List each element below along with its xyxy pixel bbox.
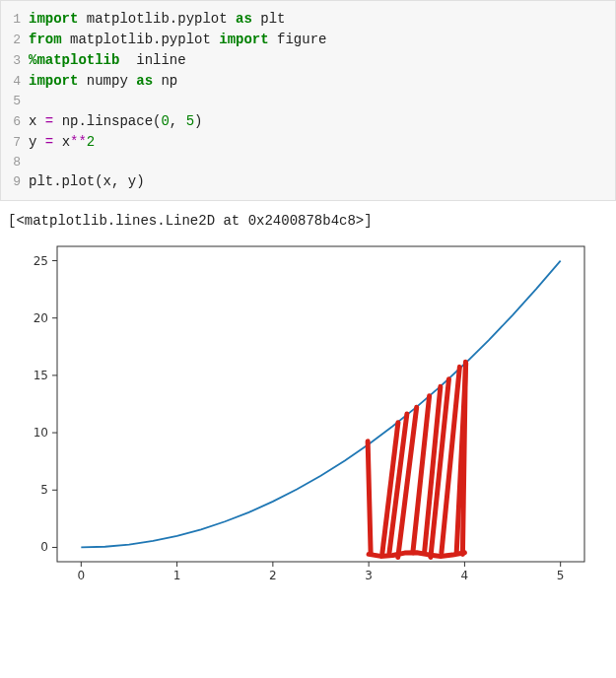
line-chart: 0123450510152025	[8, 237, 599, 596]
chart-output: 0123450510152025	[0, 235, 616, 606]
code-content: y = x**2	[29, 132, 95, 153]
line-number: 3	[1, 51, 29, 71]
line-number: 7	[1, 133, 29, 153]
svg-text:2: 2	[269, 569, 277, 582]
svg-text:15: 15	[34, 369, 48, 382]
line-number: 8	[1, 153, 29, 172]
svg-text:10: 10	[34, 426, 48, 440]
code-line: 1import matplotlib.pyplot as plt	[1, 9, 615, 30]
svg-text:0: 0	[77, 569, 85, 582]
line-number: 4	[1, 72, 29, 92]
code-content: x = np.linspace(0, 5)	[29, 111, 202, 132]
highlight-scribble	[368, 362, 466, 557]
svg-text:25: 25	[34, 254, 48, 268]
svg-text:5: 5	[557, 569, 565, 582]
code-line: 5	[1, 92, 615, 111]
svg-text:1: 1	[173, 569, 181, 582]
svg-text:5: 5	[40, 483, 48, 497]
code-cell: 1import matplotlib.pyplot as plt2from ma…	[0, 0, 616, 201]
line-number: 2	[1, 31, 29, 50]
code-content: %matplotlib inline	[29, 50, 186, 71]
code-content: plt.plot(x, y)	[29, 171, 145, 192]
line-number: 1	[1, 10, 29, 30]
output-repr: [<matplotlib.lines.Line2D at 0x2400878b4…	[0, 209, 616, 235]
svg-text:0: 0	[40, 540, 48, 554]
code-content: import matplotlib.pyplot as plt	[29, 9, 285, 30]
code-line: 4import numpy as np	[1, 71, 615, 92]
data-line	[81, 261, 560, 548]
code-content: import numpy as np	[29, 71, 177, 92]
code-line: 3%matplotlib inline	[1, 50, 615, 71]
svg-text:20: 20	[34, 311, 48, 325]
code-content: from matplotlib.pyplot import figure	[29, 30, 326, 50]
code-line: 7y = x**2	[1, 132, 615, 153]
svg-text:4: 4	[461, 569, 469, 582]
code-line: 8	[1, 153, 615, 172]
line-number: 9	[1, 172, 29, 192]
code-line: 2from matplotlib.pyplot import figure	[1, 30, 615, 50]
line-number: 5	[1, 92, 29, 111]
code-line: 9plt.plot(x, y)	[1, 171, 615, 192]
code-line: 6x = np.linspace(0, 5)	[1, 111, 615, 132]
svg-rect-0	[57, 246, 584, 562]
line-number: 6	[1, 112, 29, 132]
svg-text:3: 3	[365, 569, 373, 582]
